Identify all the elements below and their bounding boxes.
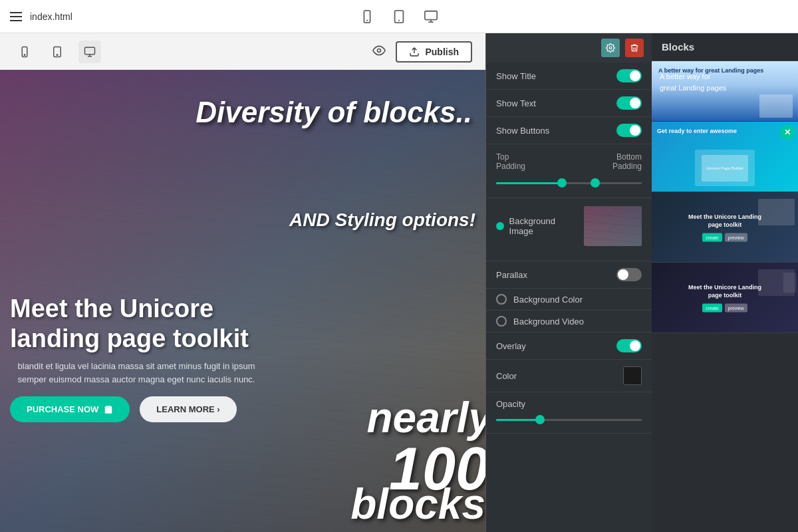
svg-point-17 bbox=[609, 47, 612, 49]
hero-buttons: PURCHASE NOW LEARN MORE › bbox=[10, 396, 237, 422]
file-title: index.html bbox=[30, 11, 72, 22]
block-thumbnail-1[interactable]: A better way for great Landing pages bbox=[652, 61, 798, 122]
inner-bar-devices bbox=[13, 41, 101, 63]
padding-slider-container bbox=[496, 176, 642, 190]
block-thumbnail-4[interactable]: Meet the Unicore Landing page toolkit cr… bbox=[652, 263, 798, 333]
svg-point-8 bbox=[24, 54, 25, 55]
preview-icon[interactable] bbox=[372, 44, 386, 60]
inner-editor-bar: Publish bbox=[0, 33, 485, 70]
opacity-slider-track[interactable] bbox=[496, 419, 642, 421]
delete-button[interactable] bbox=[625, 39, 644, 57]
main-layout: Publish Meet the Unicore landing page to… bbox=[0, 33, 798, 532]
desktop-device-icon[interactable] bbox=[422, 7, 440, 26]
inner-desktop-btn[interactable] bbox=[78, 41, 101, 63]
top-bar-left: index.html bbox=[10, 11, 72, 22]
hamburger-menu[interactable] bbox=[10, 12, 22, 21]
block4-device-preview bbox=[758, 269, 795, 296]
tablet-device-icon[interactable] bbox=[390, 7, 408, 26]
canvas-area: Publish Meet the Unicore landing page to… bbox=[0, 33, 485, 532]
blocks-panel-title: Blocks bbox=[652, 33, 798, 61]
hero-text: Meet the Unicore landing page toolkit bl… bbox=[10, 294, 263, 386]
learn-more-button[interactable]: LEARN MORE › bbox=[140, 396, 236, 422]
color-row: Color bbox=[486, 360, 652, 392]
parallax-row: Parallax bbox=[486, 261, 652, 289]
inner-tablet-btn[interactable] bbox=[46, 41, 68, 63]
publish-label: Publish bbox=[425, 47, 459, 57]
background-video-label: Background Video bbox=[513, 317, 584, 327]
block3-device-preview bbox=[758, 199, 795, 225]
hero-subtitle: blandit et ligula vel lacinia massa sit … bbox=[10, 360, 263, 386]
overlay-toggle[interactable] bbox=[616, 339, 642, 352]
background-video-radio[interactable] bbox=[496, 316, 507, 327]
svg-rect-11 bbox=[85, 47, 95, 55]
bottom-padding-label: BottomPadding bbox=[612, 152, 642, 171]
opacity-slider bbox=[496, 413, 642, 426]
bg-status-dot bbox=[496, 222, 504, 230]
top-bar: index.html bbox=[0, 0, 798, 33]
settings-gear-button[interactable] bbox=[601, 39, 620, 57]
show-title-toggle[interactable] bbox=[616, 69, 642, 82]
mobile-device-icon[interactable] bbox=[358, 7, 376, 26]
block4-text: Meet the Unicore Landing page toolkit cr… bbox=[688, 283, 761, 313]
block3-text: Meet the Unicore Landing page toolkit cr… bbox=[688, 212, 761, 242]
block2-text: Get ready to enter awesome bbox=[657, 127, 737, 136]
background-color-radio[interactable] bbox=[496, 294, 507, 305]
background-image-label: Background Image bbox=[509, 216, 579, 236]
opacity-row: Opacity bbox=[486, 392, 652, 434]
opacity-label: Opacity bbox=[496, 399, 642, 409]
inner-mobile-btn[interactable] bbox=[13, 41, 36, 63]
padding-slider-track[interactable] bbox=[496, 182, 642, 184]
show-text-row: Show Text bbox=[486, 90, 652, 117]
svg-point-10 bbox=[57, 54, 58, 55]
blocks-panel: Blocks A better way for great Landing pa… bbox=[652, 33, 798, 532]
panel-header bbox=[486, 33, 652, 63]
block2-close-btn[interactable]: ✕ bbox=[780, 125, 795, 140]
show-buttons-toggle[interactable] bbox=[616, 124, 642, 137]
top-bar-devices bbox=[358, 7, 440, 26]
show-buttons-label: Show Buttons bbox=[496, 126, 549, 136]
show-title-label: Show Title bbox=[496, 71, 536, 81]
hero-title: Meet the Unicore landing page toolkit bbox=[10, 294, 263, 354]
block-thumbnail-2[interactable]: ✕ Get ready to enter awesome Unicore Pag… bbox=[652, 122, 798, 192]
color-label: Color bbox=[496, 371, 517, 381]
background-color-row[interactable]: Background Color bbox=[486, 289, 652, 311]
parallax-label: Parallax bbox=[496, 270, 527, 280]
color-swatch[interactable] bbox=[623, 366, 642, 385]
svg-rect-4 bbox=[425, 11, 437, 19]
show-text-toggle[interactable] bbox=[616, 96, 642, 110]
block1-image-placeholder bbox=[759, 94, 793, 118]
publish-button[interactable]: Publish bbox=[396, 41, 472, 63]
inner-bar-right: Publish bbox=[372, 41, 472, 63]
background-image-section: Background Image bbox=[486, 198, 652, 261]
block-thumbnail-3[interactable]: Meet the Unicore Landing page toolkit cr… bbox=[652, 192, 798, 263]
parallax-toggle[interactable] bbox=[616, 268, 642, 281]
padding-section: TopPadding BottomPadding bbox=[486, 144, 652, 198]
bg-section-header: Background Image bbox=[496, 206, 642, 246]
padding-labels: TopPadding BottomPadding bbox=[496, 152, 642, 171]
overlay-row: Overlay bbox=[486, 332, 652, 360]
settings-panel: Show Title Show Text Show Buttons TopPad… bbox=[485, 33, 652, 532]
block1-text: A better way for great Landing pages bbox=[658, 66, 763, 76]
overlay-label: Overlay bbox=[496, 341, 526, 351]
block2-mock: Unicore Page Builder bbox=[695, 150, 755, 186]
show-title-row: Show Title bbox=[486, 63, 652, 90]
purchase-button[interactable]: PURCHASE NOW bbox=[10, 396, 130, 422]
top-padding-label: TopPadding bbox=[496, 152, 525, 171]
show-text-label: Show Text bbox=[496, 98, 536, 108]
svg-point-14 bbox=[378, 49, 381, 52]
background-video-row[interactable]: Background Video bbox=[486, 311, 652, 332]
background-image-preview[interactable] bbox=[584, 206, 642, 246]
background-color-label: Background Color bbox=[513, 295, 583, 305]
panel-actions bbox=[601, 39, 644, 57]
hero-section: Meet the Unicore landing page toolkit bl… bbox=[0, 70, 485, 532]
show-buttons-row: Show Buttons bbox=[486, 117, 652, 144]
